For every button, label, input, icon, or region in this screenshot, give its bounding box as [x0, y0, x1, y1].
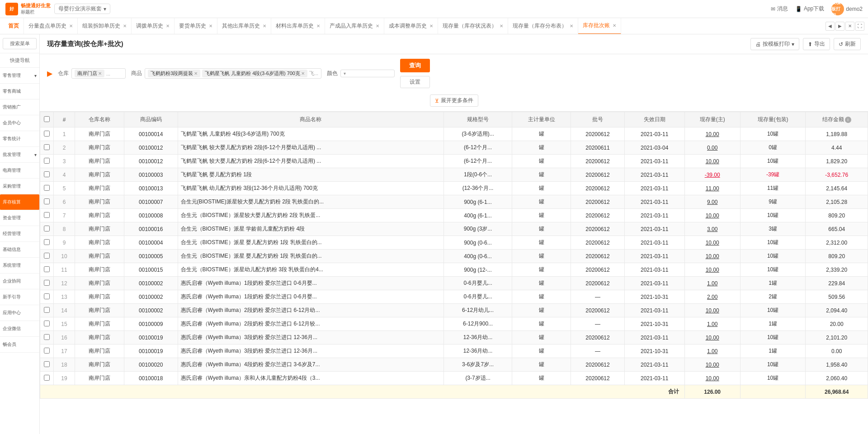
tab-cai-liao[interactable]: 材料出库单历史 ✕ [271, 18, 325, 34]
row-checkbox[interactable] [44, 185, 50, 191]
tab-close[interactable]: ✕ [166, 24, 170, 28]
row-checkbox[interactable] [44, 253, 50, 259]
warehouse-more[interactable]: ... [106, 71, 110, 76]
sidebar-item-retail-mgmt[interactable]: 零售管理▾ [0, 68, 39, 84]
cell-stock-main[interactable]: 10.00 [684, 358, 740, 372]
tab-close[interactable]: ✕ [123, 24, 127, 28]
cell-stock-main[interactable]: 10.00 [684, 304, 740, 317]
sidebar-item-ecommerce[interactable]: 电商管理 [0, 163, 39, 179]
tab-close[interactable]: ✕ [429, 24, 433, 28]
sidebar-item-finance[interactable]: 资金管理 [0, 210, 39, 226]
tab-diao-bo[interactable]: 调拨单历史 ✕ [132, 18, 175, 34]
row-checkbox[interactable] [44, 226, 50, 231]
row-checkbox[interactable] [44, 375, 50, 381]
nav-maximize[interactable]: ⛶ [855, 22, 864, 31]
cell-stock-main[interactable]: 2.00 [684, 290, 740, 304]
nav-next-arrow[interactable]: ▶ [835, 22, 844, 31]
sidebar-item-basic-info[interactable]: 基础信息 [0, 242, 39, 258]
cell-stock-main[interactable]: 10.00 [684, 127, 740, 141]
product-tag-2-close[interactable]: ✕ [301, 71, 305, 76]
cell-stock-main[interactable]: 10.00 [684, 155, 740, 168]
row-checkbox[interactable] [44, 266, 50, 272]
product-tag-1-close[interactable]: ✕ [194, 71, 198, 76]
setting-button[interactable]: 设置 [400, 76, 430, 88]
cell-stock-main[interactable]: 10.00 [684, 372, 740, 385]
print-button[interactable]: 🖨 按模板打印 ▾ [750, 38, 799, 50]
tab-close[interactable]: ✕ [613, 23, 616, 28]
row-checkbox[interactable] [44, 293, 50, 299]
product-input[interactable]: 飞鹤奶粉3段两提装 ✕ 飞鹤星飞帆 儿童奶粉 4段(3-6岁适用) 700克 ✕… [145, 68, 321, 79]
warehouse-input[interactable]: 南岸门店 ✕ ... [71, 68, 126, 79]
tab-close[interactable]: ✕ [500, 24, 503, 28]
tab-close[interactable]: ✕ [570, 24, 573, 28]
tab-close[interactable]: ✕ [316, 24, 320, 28]
sidebar-item-vip-member[interactable]: 畅会员 [0, 337, 39, 353]
sidebar-item-enterprise-wechat[interactable]: 企业微信 [0, 321, 39, 337]
tab-chan-pin[interactable]: 产成品入库单历史 ✕ [325, 18, 384, 34]
sidebar-item-retail-mall[interactable]: 零售商城 [0, 84, 39, 99]
cell-stock-main[interactable]: 11.00 [684, 182, 740, 195]
tab-pi-ci[interactable]: 库存批次账 ✕ [578, 18, 621, 34]
tab-close[interactable]: ✕ [376, 24, 379, 28]
sidebar-item-new-guide[interactable]: 新手引导 [0, 289, 39, 305]
cell-stock-main[interactable]: 1.00 [684, 277, 740, 290]
tab-zu-chai[interactable]: 组装拆卸单历史 ✕ [78, 18, 132, 34]
sidebar-item-marketing[interactable]: 营销推广 [0, 99, 39, 115]
store-selector[interactable]: 母婴行业演示账套 ▾ [54, 4, 110, 14]
nav-close-all[interactable]: ✕ [845, 22, 854, 31]
refresh-button[interactable]: ↺ 刷新 [834, 38, 861, 50]
nav-prev-arrow[interactable]: ◀ [826, 22, 835, 31]
cell-stock-main[interactable]: 10.00 [684, 250, 740, 263]
search-menu-button[interactable]: 搜索菜单 [3, 38, 37, 49]
message-button[interactable]: ✉ 消息 [771, 5, 788, 13]
tab-close[interactable]: ✕ [209, 24, 212, 28]
row-checkbox[interactable] [44, 334, 50, 340]
tab-ku-cun-zhuang[interactable]: 现存量（库存状况表） ✕ [438, 18, 508, 34]
row-checkbox[interactable] [44, 307, 50, 313]
cell-stock-main[interactable]: 10.00 [684, 236, 740, 250]
sidebar-item-app-center[interactable]: 应用中心 [0, 305, 39, 321]
balance-info-icon[interactable]: i [845, 117, 851, 123]
filter-expand-arrow[interactable]: ▶ [47, 69, 52, 78]
row-checkbox[interactable] [44, 321, 50, 326]
row-checkbox[interactable] [44, 361, 50, 367]
cell-stock-main[interactable]: 9.00 [684, 195, 740, 209]
row-checkbox[interactable] [44, 280, 50, 286]
sidebar-item-member-center[interactable]: 会员中心 [0, 115, 39, 131]
cell-stock-main[interactable]: 3.00 [684, 222, 740, 236]
sidebar-item-operations[interactable]: 经营管理 [0, 226, 39, 242]
sidebar-item-retail-stats[interactable]: 零售统计 [0, 131, 39, 147]
cell-stock-main[interactable]: 10.00 [684, 263, 740, 277]
row-checkbox[interactable] [44, 144, 50, 150]
tab-fen-pan[interactable]: 分量盘点单历史 ✕ [24, 18, 78, 34]
row-checkbox[interactable] [44, 171, 50, 177]
shortcut-nav-link[interactable]: 快捷导航 [3, 55, 37, 66]
app-download-button[interactable]: 📱 App下载 [795, 5, 824, 13]
tab-ku-cun-fen[interactable]: 现存量（库存分布表） ✕ [508, 18, 578, 34]
row-checkbox[interactable] [44, 212, 50, 218]
select-all-checkbox[interactable] [44, 116, 50, 122]
tab-close[interactable]: ✕ [263, 24, 266, 28]
sidebar-item-sys-mgmt[interactable]: 系统管理 [0, 258, 39, 274]
export-button[interactable]: ⬆ 导出 [803, 38, 830, 50]
sidebar-item-wholesale-mgmt[interactable]: 批发管理▾ [0, 147, 39, 163]
row-checkbox[interactable] [44, 198, 50, 204]
user-profile[interactable]: 按模板打印 demo2 [831, 3, 863, 15]
cell-stock-main[interactable]: 0.00 [684, 141, 740, 155]
sidebar-item-purchase-mgmt[interactable]: 采购管理 [0, 179, 39, 194]
color-input[interactable]: ▾ [340, 70, 395, 77]
cell-stock-main[interactable]: 10.00 [684, 209, 740, 222]
tab-yao-huo[interactable]: 要货单历史 ✕ [175, 18, 217, 34]
row-checkbox[interactable] [44, 239, 50, 245]
row-checkbox[interactable] [44, 131, 50, 137]
warehouse-tag-close[interactable]: ✕ [98, 71, 102, 76]
expand-conditions-button[interactable]: ⊻ 展开更多条件 [430, 94, 478, 107]
product-more[interactable]: 飞... [309, 70, 318, 77]
cell-stock-main[interactable]: 1.00 [684, 317, 740, 331]
row-checkbox[interactable] [44, 158, 50, 164]
tab-qi-ta-chu[interactable]: 其他出库单历史 ✕ [217, 18, 271, 34]
cell-stock-main[interactable]: 1.00 [684, 344, 740, 358]
tab-home[interactable]: 首页 [4, 18, 24, 34]
sidebar-item-inventory[interactable]: 库存核算 [0, 194, 39, 210]
query-button[interactable]: 查询 [400, 59, 430, 72]
